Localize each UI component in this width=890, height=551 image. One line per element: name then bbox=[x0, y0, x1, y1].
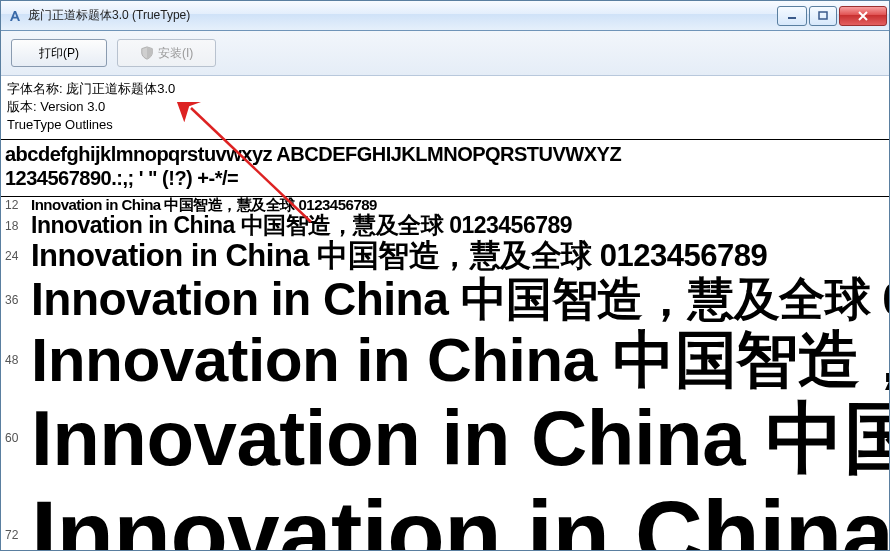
sample-row: 48Innovation in China 中国智造，慧及全球 01234567… bbox=[3, 325, 889, 394]
install-button-label: 安装(I) bbox=[158, 45, 193, 62]
font-meta: 字体名称: 庞门正道标题体3.0 版本: Version 3.0 TrueTyp… bbox=[1, 76, 889, 140]
toolbar: 打印(P) 安装(I) bbox=[1, 31, 889, 76]
sample-text: Innovation in China 中国智造，慧及全球 0123456789 bbox=[31, 395, 889, 482]
alphabet-sample: abcdefghijklmnopqrstuvwxyz ABCDEFGHIJKLM… bbox=[1, 140, 889, 197]
sample-text: Innovation in China 中国智造，慧及全球 0123456789 bbox=[31, 325, 889, 394]
minimize-button[interactable] bbox=[777, 6, 807, 26]
alphabet-line1: abcdefghijklmnopqrstuvwxyz ABCDEFGHIJKLM… bbox=[5, 142, 885, 166]
alphabet-line2: 1234567890.:,; ' " (!?) +-*/= bbox=[5, 166, 885, 190]
install-button: 安装(I) bbox=[117, 39, 216, 67]
app-icon bbox=[7, 8, 23, 24]
close-button[interactable] bbox=[839, 6, 887, 26]
size-samples: 12Innovation in China 中国智造，慧及全球 01234567… bbox=[1, 197, 889, 550]
sample-row: 36Innovation in China 中国智造，慧及全球 01234567… bbox=[3, 274, 889, 326]
font-version: 版本: Version 3.0 bbox=[7, 98, 883, 116]
maximize-button[interactable] bbox=[809, 6, 837, 26]
print-button[interactable]: 打印(P) bbox=[11, 39, 107, 67]
font-outlines: TrueType Outlines bbox=[7, 116, 883, 134]
font-name: 字体名称: 庞门正道标题体3.0 bbox=[7, 80, 883, 98]
sample-size-label: 48 bbox=[3, 353, 31, 367]
sample-text: Innovation in China 中国智造，慧及全球 0123456789 bbox=[31, 213, 572, 239]
shield-icon bbox=[140, 46, 154, 60]
sample-text: Innovation in China 中国智造，慧及全球 0123456789 bbox=[31, 197, 377, 214]
sample-row: 60Innovation in China 中国智造，慧及全球 01234567… bbox=[3, 395, 889, 482]
sample-size-label: 24 bbox=[3, 249, 31, 263]
sample-row: 72Innovation in China 中国智造，慧及全球 01234567… bbox=[3, 482, 889, 550]
sample-row: 24Innovation in China 中国智造，慧及全球 01234567… bbox=[3, 239, 889, 274]
sample-size-label: 18 bbox=[3, 219, 31, 233]
window-controls bbox=[775, 6, 887, 26]
sample-text: Innovation in China 中国智造，慧及全球 0123456789 bbox=[31, 274, 889, 326]
sample-text: Innovation in China 中国智造，慧及全球 0123456789 bbox=[31, 239, 767, 274]
sample-size-label: 60 bbox=[3, 431, 31, 445]
window-title: 庞门正道标题体3.0 (TrueType) bbox=[28, 7, 775, 24]
sample-size-label: 72 bbox=[3, 528, 31, 542]
sample-row: 18Innovation in China 中国智造，慧及全球 01234567… bbox=[3, 213, 889, 239]
preview-area: 字体名称: 庞门正道标题体3.0 版本: Version 3.0 TrueTyp… bbox=[1, 76, 889, 550]
sample-text: Innovation in China 中国智造，慧及全球 0123456789 bbox=[31, 482, 889, 550]
svg-rect-0 bbox=[788, 17, 796, 19]
font-preview-window: 庞门正道标题体3.0 (TrueType) 打印(P) 安装(I) bbox=[0, 0, 890, 551]
titlebar[interactable]: 庞门正道标题体3.0 (TrueType) bbox=[1, 1, 889, 31]
svg-rect-1 bbox=[819, 12, 827, 19]
print-button-label: 打印(P) bbox=[39, 45, 79, 62]
sample-row: 12Innovation in China 中国智造，慧及全球 01234567… bbox=[3, 197, 889, 214]
sample-size-label: 36 bbox=[3, 293, 31, 307]
sample-size-label: 12 bbox=[3, 198, 31, 212]
